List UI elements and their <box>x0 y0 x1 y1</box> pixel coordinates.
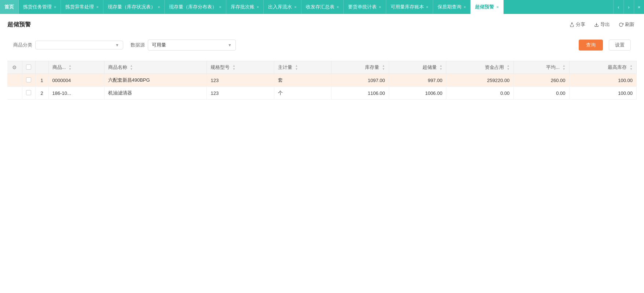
nav-tab-stock-status-close[interactable]: × <box>158 5 160 9</box>
nav-tab-avail-stock-close[interactable]: × <box>426 5 428 9</box>
nav-tab-avail-stock[interactable]: 可用量库存账本 × <box>386 0 433 14</box>
share-icon <box>570 22 574 27</box>
sort-icon-unit[interactable]: ▲▼ <box>295 64 298 71</box>
nav-tab-stock-status[interactable]: 现存量（库存状况表） × <box>103 0 165 14</box>
sort-icon-product-code[interactable]: ▲▼ <box>69 64 72 71</box>
nav-tab-recv-send-close[interactable]: × <box>337 5 339 9</box>
refresh-icon <box>619 22 623 27</box>
col-product-name-label: 商品名称 <box>108 64 127 70</box>
nav-tab-order-stats[interactable]: 要货单统计表 × <box>344 0 386 14</box>
sort-icon-overstock-qty[interactable]: ▲▼ <box>439 64 442 71</box>
nav-tab-stock-dist-close[interactable]: × <box>219 5 221 9</box>
sort-icon-spec[interactable]: ▲▼ <box>233 64 235 71</box>
refresh-button[interactable]: 刷新 <box>616 20 637 29</box>
row-overstock-qty-0: 997.00 <box>389 74 446 87</box>
settings-button[interactable]: 设置 <box>609 40 631 51</box>
nav-tab-overstock-close[interactable]: × <box>496 5 498 9</box>
table-header-row: ⚙ 商品... ▲▼ 商品名称 ▲▼ 规格型号 ▲▼ <box>7 61 637 74</box>
share-button[interactable]: 分享 <box>567 20 588 29</box>
nav-tab-abnormal-label: 拣货异常处理 <box>65 4 94 10</box>
row-checkbox-0[interactable] <box>26 77 31 82</box>
sort-icon-product-name[interactable]: ▲▼ <box>130 64 133 71</box>
filter-datasource: 数据源 可用量 ▼ <box>131 40 236 51</box>
nav-arrow-right[interactable]: › <box>623 0 634 14</box>
nav-tab-overstock[interactable]: 超储预警 × <box>471 0 503 14</box>
col-spec-label: 规格型号 <box>211 64 230 70</box>
nav-tab-stock-batch-close[interactable]: × <box>257 5 259 9</box>
col-product-code-label: 商品... <box>52 64 66 70</box>
datasource-select[interactable]: 可用量 ▼ <box>148 40 236 51</box>
nav-arrows: ‹ › × <box>613 0 644 14</box>
row-product-code-1: 186-10... <box>48 87 104 100</box>
sort-icon-avg[interactable]: ▲▼ <box>563 64 566 71</box>
col-overstock-qty: 超储量 ▲▼ <box>389 61 446 74</box>
data-table: ⚙ 商品... ▲▼ 商品名称 ▲▼ 规格型号 ▲▼ <box>7 61 637 100</box>
nav-tab-inout-flow-close[interactable]: × <box>294 5 296 9</box>
row-max-stock-1: 100.00 <box>569 87 636 100</box>
nav-tab-order-stats-label: 要货单统计表 <box>348 4 377 10</box>
row-stock-qty-1: 1106.00 <box>332 87 389 100</box>
row-checkbox-1[interactable] <box>26 90 31 95</box>
row-unit-1: 个 <box>274 87 331 100</box>
nav-tab-task-mgmt[interactable]: 拣货任务管理 × <box>19 0 61 14</box>
row-checkbox-cell <box>22 74 35 87</box>
nav-tab-order-stats-close[interactable]: × <box>379 5 381 9</box>
nav-tab-recv-send-label: 收发存汇总表 <box>306 4 334 10</box>
row-product-name-1: 机油滤清器 <box>104 87 207 100</box>
row-avg-1: 0.00 <box>513 87 569 100</box>
category-chevron-icon: ▼ <box>115 43 119 47</box>
select-all-checkbox[interactable] <box>26 64 31 70</box>
col-stock-qty: 库存量 ▲▼ <box>332 61 389 74</box>
row-product-name-0: 六配套新昌490BPG <box>104 74 207 87</box>
nav-tab-quality[interactable]: 保质期查询 × <box>433 0 471 14</box>
row-avg-0: 260.00 <box>513 74 569 87</box>
col-settings: ⚙ <box>7 61 22 74</box>
nav-tab-quality-close[interactable]: × <box>464 5 466 9</box>
nav-tab-recv-send[interactable]: 收发存汇总表 × <box>301 0 344 14</box>
col-spec: 规格型号 ▲▼ <box>207 61 274 74</box>
datasource-chevron-icon: ▼ <box>228 43 232 47</box>
row-unit-0: 套 <box>274 74 331 87</box>
row-overstock-qty-1: 1006.00 <box>389 87 446 100</box>
nav-tab-home[interactable]: 首页 <box>0 0 19 14</box>
gear-icon[interactable]: ⚙ <box>12 64 17 70</box>
header-actions: 分享 导出 刷新 <box>567 20 637 29</box>
col-product-name: 商品名称 ▲▼ <box>104 61 207 74</box>
nav-tab-avail-stock-label: 可用量库存账本 <box>391 4 424 10</box>
row-product-code-0: 0000004 <box>48 74 104 87</box>
page-content: 超储预警 分享 导出 刷新 商品分类 ▼ 数据源 <box>0 14 644 105</box>
page-header: 超储预警 分享 导出 刷新 <box>7 20 637 29</box>
sort-icon-max-stock[interactable]: ▲▼ <box>630 64 633 71</box>
filter-bar: 商品分类 ▼ 数据源 可用量 ▼ 查询 设置 <box>7 35 637 55</box>
row-settings-cell <box>7 87 22 100</box>
nav-tab-stock-dist[interactable]: 现存量（库存分布表） × <box>165 0 226 14</box>
table-row: 1 0000004 六配套新昌490BPG 123 套 1097.00 997.… <box>7 74 637 87</box>
col-capital-occ-label: 资金占用 <box>485 64 504 70</box>
nav-tab-stock-dist-label: 现存量（库存分布表） <box>169 4 217 10</box>
row-capital-occ-0: 259220.00 <box>446 74 513 87</box>
nav-tab-abnormal[interactable]: 拣货异常处理 × <box>61 0 103 14</box>
col-max-stock: 最高库存 ▲▼ <box>569 61 636 74</box>
col-product-code: 商品... ▲▼ <box>48 61 104 74</box>
page-title: 超储预警 <box>7 21 31 29</box>
nav-tab-quality-label: 保质期查询 <box>438 4 461 10</box>
nav-tab-home-label: 首页 <box>4 4 14 10</box>
nav-arrow-close[interactable]: × <box>634 0 644 14</box>
export-button[interactable]: 导出 <box>592 20 612 29</box>
nav-tab-stock-batch[interactable]: 库存批次账 × <box>226 0 264 14</box>
row-stock-qty-0: 1097.00 <box>332 74 389 87</box>
table-row: 2 186-10... 机油滤清器 123 个 1106.00 1006.00 … <box>7 87 637 100</box>
sort-icon-stock-qty[interactable]: ▲▼ <box>382 64 385 71</box>
nav-arrow-left[interactable]: ‹ <box>613 0 623 14</box>
row-settings-cell <box>7 74 22 87</box>
nav-tab-stock-batch-label: 库存批次账 <box>231 4 255 10</box>
category-select[interactable]: ▼ <box>35 41 123 49</box>
row-max-stock-0: 100.00 <box>569 74 636 87</box>
col-stock-qty-label: 库存量 <box>365 64 379 70</box>
sort-icon-capital-occ[interactable]: ▲▼ <box>507 64 510 71</box>
query-button[interactable]: 查询 <box>579 40 603 51</box>
nav-tab-inout-flow[interactable]: 出入库流水 × <box>264 0 301 14</box>
nav-tab-task-mgmt-close[interactable]: × <box>54 5 56 9</box>
nav-tab-abnormal-close[interactable]: × <box>96 5 98 9</box>
filter-datasource-label: 数据源 <box>131 42 145 48</box>
